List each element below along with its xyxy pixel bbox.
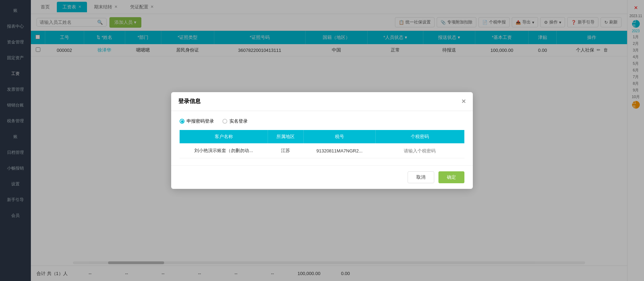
radio-password-login[interactable]: 申报密码登录 xyxy=(180,118,214,124)
dialog-overlay: 登录信息 ✕ 申报密码登录 实名登录 客户名称 所属地区 xyxy=(0,0,644,281)
dialog-col-password: 个税密码 xyxy=(375,130,464,143)
tax-password-input[interactable] xyxy=(380,148,460,153)
radio-password-dot xyxy=(180,119,185,124)
dialog-col-region: 所属地区 xyxy=(268,130,304,143)
dialog-footer: 取消 确定 xyxy=(171,165,473,189)
client-name: 刘小艳演示账套（勿删勿动... xyxy=(180,143,268,158)
cancel-button[interactable]: 取消 xyxy=(408,171,434,183)
login-dialog: 登录信息 ✕ 申报密码登录 实名登录 客户名称 所属地区 xyxy=(171,92,473,189)
client-region: 江苏 xyxy=(268,143,304,158)
dialog-body: 申报密码登录 实名登录 客户名称 所属地区 税号 个税密码 xyxy=(171,111,473,165)
dialog-header: 登录信息 ✕ xyxy=(171,92,473,111)
radio-realname-login[interactable]: 实名登录 xyxy=(222,118,248,124)
dialog-col-taxno: 税号 xyxy=(303,130,375,143)
dialog-close-button[interactable]: ✕ xyxy=(461,98,466,105)
client-table: 客户名称 所属地区 税号 个税密码 刘小艳演示账套（勿删勿动... 江苏 913… xyxy=(180,130,464,158)
dialog-title: 登录信息 xyxy=(178,98,201,105)
login-type-radio-group: 申报密码登录 实名登录 xyxy=(180,118,464,124)
client-taxno: 91320811MA7NGR2... xyxy=(303,143,375,158)
radio-realname-dot xyxy=(222,119,227,124)
dialog-col-name: 客户名称 xyxy=(180,130,268,143)
dialog-table-row: 刘小艳演示账套（勿删勿动... 江苏 91320811MA7NGR2... xyxy=(180,143,464,158)
confirm-button[interactable]: 确定 xyxy=(438,171,464,183)
client-password-cell[interactable] xyxy=(375,143,464,158)
